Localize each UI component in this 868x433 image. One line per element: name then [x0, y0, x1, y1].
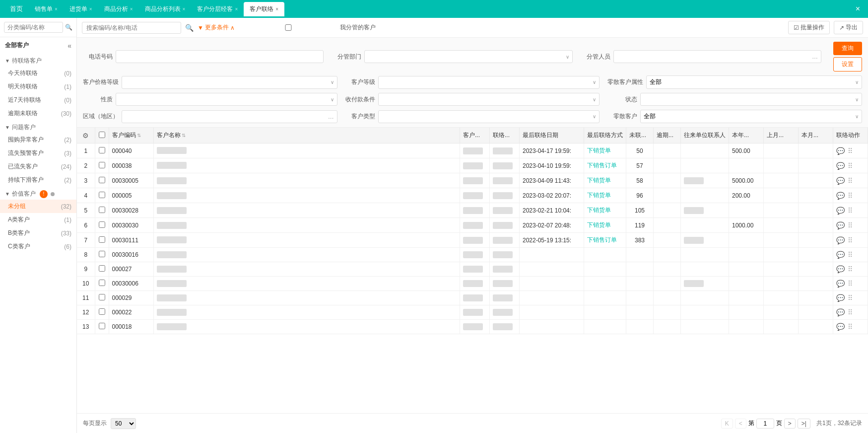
message-icon[interactable]: 💬	[836, 265, 845, 273]
row-checkbox-cell[interactable]	[95, 218, 109, 233]
sidebar-search-input[interactable]	[4, 22, 63, 33]
retail-attr-select[interactable]: 全部 ∨	[646, 75, 862, 89]
last-contact-method-link[interactable]: 下销货单	[587, 207, 611, 214]
close-customer-contact-tab-icon[interactable]: ×	[275, 6, 278, 12]
row-select-checkbox[interactable]	[99, 323, 105, 329]
row-checkbox-cell[interactable]	[95, 248, 109, 262]
search-button[interactable]: 🔍	[185, 24, 194, 32]
nav-home[interactable]: 首页	[4, 1, 29, 16]
my-customers-checkbox[interactable]	[239, 24, 338, 31]
sidebar-item-class-c[interactable]: C类客户 (6)	[0, 240, 76, 253]
sidebar-search-icon[interactable]: 🔍	[65, 24, 72, 31]
col-gear[interactable]: ⚙	[77, 128, 95, 144]
last-contact-method-link[interactable]: 下销货单	[587, 192, 611, 199]
apps-icon[interactable]: ⠿	[848, 251, 853, 259]
row-select-checkbox[interactable]	[99, 294, 105, 300]
problem-customers-group[interactable]: ▼ 问题客户	[0, 120, 76, 133]
sidebar-item-declining[interactable]: 持续下滑客户 (2)	[0, 173, 76, 187]
sidebar-item-churn-warning[interactable]: 流失预警客户 (3)	[0, 146, 76, 160]
message-icon[interactable]: 💬	[836, 192, 845, 200]
row-checkbox-cell[interactable]	[95, 188, 109, 203]
row-checkbox-cell[interactable]	[95, 262, 109, 277]
sidebar-item-lost-customers[interactable]: 已流失客户 (24)	[0, 160, 76, 173]
sidebar-item-tomorrow-pending[interactable]: 明天待联络 (1)	[0, 80, 76, 93]
row-select-checkbox[interactable]	[99, 308, 105, 315]
row-select-checkbox[interactable]	[99, 192, 105, 198]
apps-icon[interactable]: ⠿	[848, 192, 853, 200]
page-number-input[interactable]	[756, 419, 774, 429]
row-select-checkbox[interactable]	[99, 177, 105, 183]
batch-operation-button[interactable]: ☑ 批量操作	[788, 21, 830, 34]
settings-icon[interactable]: ⚙	[82, 132, 89, 140]
row-select-checkbox[interactable]	[99, 162, 105, 168]
nav-tab-sales[interactable]: 销售单 ×	[29, 2, 64, 16]
status-select[interactable]: ∨	[640, 93, 862, 106]
customer-type-select[interactable]: ∨	[378, 110, 600, 123]
sidebar-item-abnormal-purchase[interactable]: 囤购异常客户 (2)	[0, 133, 76, 146]
customer-level-select[interactable]: ∨	[378, 76, 600, 89]
row-select-checkbox[interactable]	[99, 280, 105, 286]
apps-icon[interactable]: ⠿	[848, 280, 853, 288]
message-icon[interactable]: 💬	[836, 280, 845, 288]
apps-icon[interactable]: ⠿	[848, 221, 853, 229]
sidebar-item-overdue-contact[interactable]: 逾期未联络 (30)	[0, 107, 76, 120]
row-checkbox-cell[interactable]	[95, 291, 109, 305]
col-select-all[interactable]	[95, 128, 109, 144]
sidebar-item-class-a[interactable]: A类客户 (1)	[0, 213, 76, 226]
close-analysis-tab-icon[interactable]: ×	[130, 6, 133, 12]
more-conditions-button[interactable]: ▼ 更多条件 ∧	[198, 23, 235, 32]
apps-icon[interactable]: ⠿	[848, 236, 853, 244]
message-icon[interactable]: 💬	[836, 323, 845, 331]
row-select-checkbox[interactable]	[99, 207, 105, 213]
message-icon[interactable]: 💬	[836, 308, 845, 316]
price-level-select[interactable]: ∨	[122, 76, 337, 89]
row-checkbox-cell[interactable]	[95, 173, 109, 188]
row-checkbox-cell[interactable]	[95, 203, 109, 218]
message-icon[interactable]: 💬	[836, 162, 845, 170]
apps-icon[interactable]: ⠿	[848, 265, 853, 273]
row-checkbox-cell[interactable]	[95, 233, 109, 248]
row-select-checkbox[interactable]	[99, 147, 105, 153]
payment-select[interactable]: ∨	[378, 93, 600, 106]
first-page-button[interactable]: K	[721, 419, 733, 429]
close-sales-tab-icon[interactable]: ×	[55, 6, 58, 12]
region-select[interactable]: …	[122, 110, 337, 123]
code-sort-icon[interactable]: ⇅	[137, 133, 141, 138]
search-input[interactable]	[82, 22, 181, 34]
close-all-tabs-button[interactable]: ×	[852, 4, 864, 13]
nav-tab-purchase[interactable]: 进货单 ×	[64, 2, 98, 16]
value-customers-group[interactable]: ▼ 价值客户 !	[0, 187, 76, 200]
message-icon[interactable]: 💬	[836, 207, 845, 215]
message-icon[interactable]: 💬	[836, 221, 845, 229]
pending-contact-group[interactable]: ▼ 待联络客户	[0, 54, 76, 67]
row-checkbox-cell[interactable]	[95, 158, 109, 173]
reset-button[interactable]: 设置	[833, 57, 862, 72]
nature-select[interactable]: ∨	[116, 93, 337, 106]
retail-customer-select[interactable]: 全部 ∨	[640, 110, 862, 123]
row-checkbox-cell[interactable]	[95, 144, 109, 158]
last-contact-method-link[interactable]: 下销货单	[587, 147, 611, 154]
row-checkbox-cell[interactable]	[95, 277, 109, 291]
apps-icon[interactable]: ⠿	[848, 294, 853, 302]
nav-tab-analysis-list[interactable]: 商品分析列表 ×	[139, 2, 192, 16]
last-contact-method-link[interactable]: 下销售订单	[587, 236, 617, 243]
last-contact-method-link[interactable]: 下销货单	[587, 177, 611, 184]
row-checkbox-cell[interactable]	[95, 320, 109, 334]
sidebar-item-class-b[interactable]: B类客户 (33)	[0, 226, 76, 240]
message-icon[interactable]: 💬	[836, 294, 845, 302]
message-icon[interactable]: 💬	[836, 251, 845, 259]
query-button[interactable]: 查询	[833, 42, 862, 55]
message-icon[interactable]: 💬	[836, 147, 845, 155]
per-page-select[interactable]: 50 20 100	[111, 418, 136, 429]
apps-icon[interactable]: ⠿	[848, 147, 853, 155]
nav-tab-analysis[interactable]: 商品分析 ×	[98, 2, 139, 16]
close-purchase-tab-icon[interactable]: ×	[89, 6, 92, 12]
apps-icon[interactable]: ⠿	[848, 308, 853, 316]
close-customer-segment-tab-icon[interactable]: ×	[235, 6, 238, 12]
apps-icon[interactable]: ⠿	[848, 323, 853, 331]
row-select-checkbox[interactable]	[99, 251, 105, 257]
row-select-checkbox[interactable]	[99, 221, 105, 228]
sidebar-item-today-pending[interactable]: 今天待联络 (0)	[0, 67, 76, 80]
nav-tab-customer-segment[interactable]: 客户分层经客 ×	[191, 2, 244, 16]
phone-input[interactable]	[116, 50, 324, 63]
